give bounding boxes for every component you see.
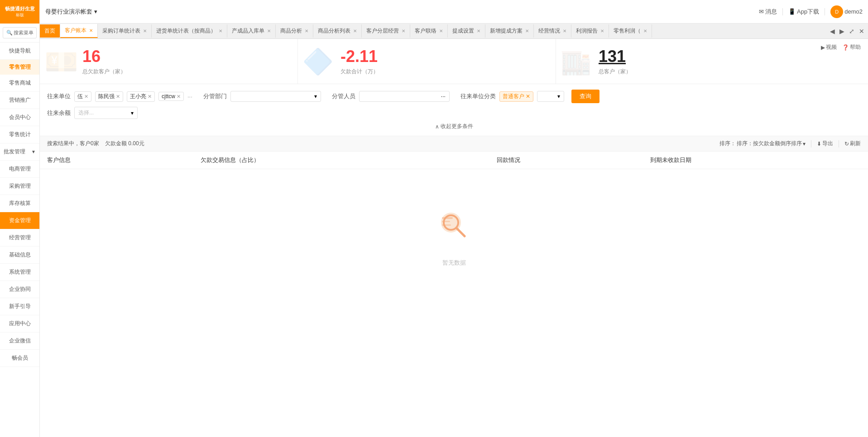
tab-retail-profit[interactable]: 零售利润（ ✕	[609, 24, 652, 38]
sidebar-item-enterprise-coop[interactable]: 企业协同	[0, 281, 39, 298]
app-download-btn[interactable]: 📱 App下载	[788, 8, 819, 16]
category-tag[interactable]: 普通客户 ✕	[499, 91, 533, 102]
close-icon[interactable]: ✕	[439, 28, 443, 33]
tab-purchase-orders[interactable]: 采购订单统计表 ✕	[98, 24, 152, 38]
sidebar-item-basic-info[interactable]: 基础信息	[0, 247, 39, 264]
filter-tag-chen[interactable]: 陈民强 ✕	[95, 91, 123, 102]
tab-expand-btn[interactable]: ⤢	[847, 27, 856, 36]
search-menu-btn[interactable]: 🔍 搜索菜单	[3, 27, 37, 38]
tab-prev-btn[interactable]: ◀	[828, 27, 837, 36]
tab-next-btn[interactable]: ▶	[838, 27, 846, 36]
help-icon: ❓	[842, 44, 849, 51]
close-icon[interactable]: ✕	[219, 28, 222, 33]
col-overdue: 到期未收款日期	[643, 152, 868, 169]
tab-label: 客户联络	[415, 27, 436, 35]
sidebar-item-finance[interactable]: 资金管理	[0, 212, 39, 229]
sidebar-item-inventory[interactable]: 库存核算	[0, 195, 39, 212]
close-icon[interactable]: ✕	[477, 28, 480, 33]
query-button[interactable]: 查询	[571, 90, 599, 103]
tag-text: 普通客户	[503, 93, 524, 100]
app-logo: 畅捷通好生意 标版	[0, 0, 39, 24]
tab-label: 零售利润（	[614, 27, 641, 35]
dept-select[interactable]: ▾	[230, 91, 321, 102]
sidebar-item-wholesale[interactable]: 批发管理 ▼	[0, 143, 39, 161]
message-label: 消息	[765, 8, 777, 16]
tab-new-achievement[interactable]: 新增提成方案 ✕	[485, 24, 534, 38]
sidebar-item-retail-stats[interactable]: 零售统计	[0, 126, 39, 143]
refresh-label: 刷新	[850, 140, 861, 147]
sidebar-item-retail-mgmt[interactable]: 零售管理	[0, 60, 39, 75]
sidebar-item-member[interactable]: 畅会员	[0, 350, 39, 367]
message-btn[interactable]: ✉ 消息	[759, 8, 777, 16]
help-btn[interactable]: ❓ 帮助	[842, 43, 861, 51]
tab-goods-analysis-list[interactable]: 商品分析列表 ✕	[313, 24, 362, 38]
tab-customer-tier[interactable]: 客户分层经营 ✕	[362, 24, 410, 38]
close-icon[interactable]: ✕	[402, 28, 405, 33]
sidebar-item-enterprise-wechat[interactable]: 企业微信	[0, 332, 39, 350]
remove-tag-icon[interactable]: ✕	[177, 94, 181, 100]
tag-text: 伍	[77, 93, 83, 100]
remove-tag-icon[interactable]: ✕	[84, 94, 88, 100]
close-icon[interactable]: ✕	[267, 28, 271, 33]
sidebar-item-new-guide[interactable]: 新手引导	[0, 298, 39, 315]
tab-profit-report[interactable]: 利润报告 ✕	[571, 24, 609, 38]
remove-tag-icon[interactable]: ✕	[148, 94, 152, 100]
tag-text: 陈民强	[98, 93, 115, 100]
export-btn[interactable]: ⬇ 导出	[817, 140, 833, 147]
sidebar-item-membership[interactable]: 会员中心	[0, 109, 39, 126]
close-icon[interactable]: ✕	[305, 28, 308, 33]
sidebar-item-operations[interactable]: 经营管理	[0, 229, 39, 247]
avatar-initial: D	[835, 9, 839, 14]
sidebar-item-purchase[interactable]: 采购管理	[0, 178, 39, 195]
tab-close-all-btn[interactable]: ✕	[857, 27, 866, 36]
filter-tag-wang[interactable]: 王小亮 ✕	[127, 91, 155, 102]
refresh-btn[interactable]: ↻ 刷新	[844, 140, 861, 147]
tab-label: 产成品入库单	[232, 27, 264, 35]
tab-home[interactable]: 首页	[40, 24, 60, 38]
close-icon[interactable]: ✕	[143, 28, 147, 33]
close-icon[interactable]: ✕	[89, 28, 93, 33]
sidebar-item-label: 基础信息	[9, 252, 31, 258]
tab-inbound-stats[interactable]: 进货单统计表（按商品） ✕	[152, 24, 227, 38]
close-icon[interactable]: ✕	[643, 28, 647, 33]
sidebar-item-quick-nav[interactable]: 快捷导航	[0, 43, 39, 60]
search-icon: 🔍	[6, 30, 13, 36]
balance-select[interactable]: 选择... ▾	[74, 107, 138, 119]
close-icon[interactable]: ✕	[600, 28, 604, 33]
sidebar-item-ecommerce[interactable]: 电商管理	[0, 161, 39, 178]
svg-rect-4	[442, 221, 450, 222]
tab-cost-inbound[interactable]: 产成品入库单 ✕	[227, 24, 276, 38]
close-icon[interactable]: ✕	[525, 28, 529, 33]
content-area: 💴 16 总欠款客户（家） 🔷 -2.11 欠款合计（万） 🏬 131 总客户（…	[40, 39, 868, 437]
tab-reminder-settings[interactable]: 提成设置 ✕	[448, 24, 485, 38]
tab-label: 采购订单统计表	[102, 27, 140, 35]
sidebar-item-label: 电商管理	[9, 166, 31, 172]
video-help-btn[interactable]: ▶ 视频	[821, 43, 837, 51]
tab-goods-analysis[interactable]: 商品分析 ✕	[276, 24, 313, 38]
person-select[interactable]: ···	[359, 91, 450, 102]
sidebar-item-system[interactable]: 系统管理	[0, 264, 39, 281]
remove-tag-icon[interactable]: ✕	[116, 94, 120, 100]
sidebar-item-label: 系统管理	[9, 269, 31, 275]
sidebar-item-retail-mall[interactable]: 零售商城	[0, 75, 39, 92]
sidebar-item-marketing[interactable]: 营销推广	[0, 92, 39, 109]
username-label: demo2	[844, 8, 863, 15]
sort-select[interactable]: 排序： 排序：按欠款金额倒序排序 ▾	[719, 140, 806, 147]
filter-tag-cjttcw[interactable]: cjttcw ✕	[158, 92, 184, 101]
close-icon[interactable]: ✕	[563, 28, 566, 33]
main-area: 母婴行业演示帐套 ▾ ✉ 消息 📱 App下载 D demo2 首	[40, 0, 868, 437]
remove-tag-icon[interactable]: ✕	[526, 93, 530, 100]
filter-tag-wu[interactable]: 伍 ✕	[74, 91, 91, 102]
tab-customers[interactable]: 客户账本 ✕	[60, 24, 98, 38]
tab-business-status[interactable]: 经营情况 ✕	[534, 24, 571, 38]
filter-more-btn[interactable]: ···	[187, 93, 192, 100]
category-select[interactable]: ▾	[537, 91, 564, 102]
account-selector[interactable]: 母婴行业演示帐套 ▾	[45, 8, 97, 16]
balance-filter-label: 往来余额	[47, 109, 71, 117]
tab-customer-contact[interactable]: 客户联络 ✕	[410, 24, 448, 38]
close-icon[interactable]: ✕	[353, 28, 357, 33]
collapse-btn[interactable]: ∧ 收起更多条件	[47, 123, 861, 130]
user-profile-btn[interactable]: D demo2	[830, 5, 863, 18]
divider	[839, 140, 839, 147]
sidebar-item-app-center[interactable]: 应用中心	[0, 315, 39, 332]
